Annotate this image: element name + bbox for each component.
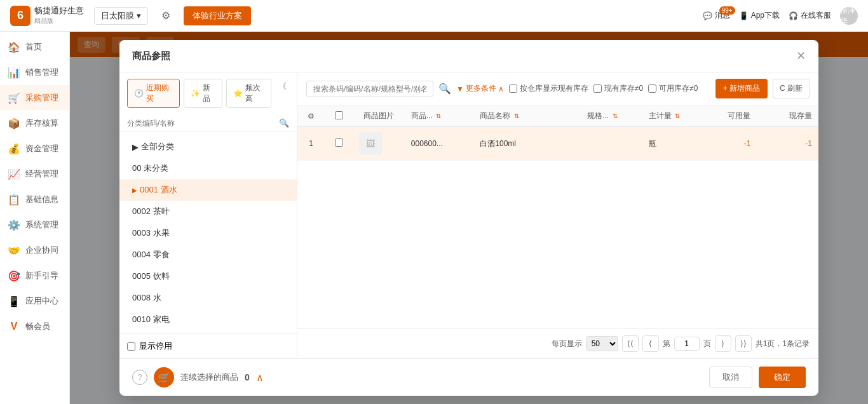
cancel-button[interactable]: 取消 [709, 367, 752, 388]
sidebar-item-guide[interactable]: 🎯 新手引导 [0, 263, 69, 288]
expand-icon: ▶ [132, 142, 139, 152]
help-button[interactable]: ? [132, 370, 147, 385]
sidebar-item-apps[interactable]: 📱 应用中心 [0, 288, 69, 314]
cat-item-5[interactable]: 0005 饮料 [119, 266, 297, 287]
show-disabled-checkbox[interactable] [127, 342, 135, 351]
sidebar-label-guide: 新手引导 [25, 270, 58, 281]
product-search-icon[interactable]: 🔍 [438, 83, 451, 95]
page-number-input[interactable] [674, 337, 700, 351]
cat-item-3[interactable]: 0003 水果 [119, 222, 297, 244]
product-name: 白酒100ml [480, 139, 516, 148]
sidebar-item-basic[interactable]: 📋 基础信息 [0, 187, 69, 212]
cb-avail[interactable] [648, 84, 656, 93]
cat-collapse-button[interactable]: 《 [275, 79, 289, 94]
action-buttons: + 新增商品 C 刷新 [715, 79, 810, 98]
sidebar-label-member: 畅会员 [25, 321, 50, 332]
home-icon: 🏠 [8, 41, 20, 53]
prev-page-button[interactable]: ⟨ [642, 335, 659, 352]
apps-icon: 📱 [8, 295, 20, 307]
cat-item-1[interactable]: ▶ 0001 酒水 [119, 179, 297, 201]
sidebar-item-collab[interactable]: 🤝 企业协同 [0, 238, 69, 263]
sales-icon: 📊 [8, 66, 20, 79]
collapse-button[interactable]: ∧ [256, 372, 264, 384]
trial-button[interactable]: 体验行业方案 [184, 6, 251, 25]
product-unit: 瓶 [649, 139, 656, 148]
first-page-button[interactable]: ⟨⟨ [622, 335, 639, 352]
active-arrow-icon: ▶ [132, 187, 137, 194]
avatar[interactable]: 徐泽华 [840, 7, 858, 25]
sidebar-label-sales: 销售管理 [25, 67, 58, 78]
modal-close-button[interactable]: ✕ [796, 49, 806, 63]
cb-warehouse-label[interactable]: 按仓库显示现有库存 [509, 83, 588, 94]
product-image: 🖼 [359, 132, 382, 155]
cb-stock-label[interactable]: 现有库存≠0 [593, 83, 643, 94]
refresh-button[interactable]: C 刷新 [773, 79, 810, 98]
dropdown-label: 日太阳膜 [101, 10, 134, 22]
cb-avail-label[interactable]: 可用库存≠0 [648, 83, 698, 94]
online-service-nav-item[interactable]: 🎧 在线客服 [789, 10, 831, 21]
sidebar-label-operations: 经营管理 [25, 168, 58, 180]
sidebar-item-sales[interactable]: 📊 销售管理 [0, 60, 69, 85]
td-stock: -1 [757, 127, 818, 161]
th-settings[interactable]: ⚙ [297, 105, 325, 127]
cat-search-icon[interactable]: 🔍 [279, 118, 289, 128]
gear-button[interactable]: ⚙ [156, 6, 176, 26]
th-checkbox [325, 105, 352, 127]
cat-search-input[interactable] [127, 119, 279, 128]
sidebar-label-basic: 基础信息 [25, 194, 58, 205]
cat-item-10[interactable]: 0010 家电 [119, 309, 297, 330]
sidebar-label-apps: 应用中心 [25, 295, 58, 307]
sidebar-item-home[interactable]: 🏠 首页 [0, 34, 69, 60]
th-spec[interactable]: 规格... ⇅ [581, 105, 642, 127]
recent-buy-button[interactable]: 🕐 近期购买 [127, 79, 180, 108]
sidebar-item-system[interactable]: ⚙️ 系统管理 [0, 212, 69, 238]
sidebar-item-purchase[interactable]: 🛒 采购管理 [0, 85, 69, 111]
nav-dropdown[interactable]: 日太阳膜 ▾ [94, 7, 148, 25]
product-search-input[interactable] [306, 81, 433, 97]
cat-label-0: 00 未分类 [132, 163, 168, 174]
th-stock-label: 现存量 [789, 111, 812, 120]
th-name[interactable]: 商品名称 ⇅ [473, 105, 581, 127]
th-unit[interactable]: 主计量 ⇅ [642, 105, 696, 127]
left-sidebar: 🏠 首页 📊 销售管理 🛒 采购管理 📦 库存核算 💰 资金管理 📈 经营管理 … [0, 32, 70, 404]
th-avail-label: 可用量 [728, 111, 750, 120]
cat-item-8[interactable]: 0008 水 [119, 287, 297, 309]
sidebar-item-finance[interactable]: 💰 资金管理 [0, 136, 69, 161]
sort-icon-unit: ⇅ [675, 112, 680, 119]
cat-label-1: 0001 酒水 [140, 184, 177, 196]
confirm-button[interactable]: 确定 [759, 367, 806, 388]
th-code[interactable]: 商品... ⇅ [405, 105, 474, 127]
row-checkbox[interactable] [335, 138, 343, 147]
cb-stock[interactable] [593, 84, 602, 93]
cb-warehouse[interactable] [509, 84, 517, 93]
cat-item-all[interactable]: ▶ 全部分类 [119, 136, 297, 158]
cat-item-4[interactable]: 0004 零食 [119, 244, 297, 266]
product-table: ⚙ 商品图片 商品... [297, 105, 818, 161]
last-page-button[interactable]: ⟩⟩ [735, 335, 752, 352]
sidebar-item-member[interactable]: V 畅会员 [0, 314, 69, 339]
per-page-label: 每页显示 [552, 339, 582, 349]
frequent-button[interactable]: ⭐ 频次高 [226, 79, 272, 108]
app-download-nav-item[interactable]: 📱 App下载 [739, 10, 780, 21]
messages-nav-item[interactable]: 💬 消息 99+ [703, 10, 730, 21]
td-checkbox[interactable] [325, 127, 352, 161]
th-stock: 现存量 [757, 105, 818, 127]
sidebar-item-operations[interactable]: 📈 经营管理 [0, 161, 69, 187]
sidebar-item-inventory[interactable]: 📦 库存核算 [0, 111, 69, 136]
new-icon: ✨ [191, 89, 200, 98]
table-row[interactable]: 1 🖼 [297, 127, 818, 161]
cat-item-0[interactable]: 00 未分类 [119, 158, 297, 179]
cat-item-2[interactable]: 0002 茶叶 [119, 201, 297, 222]
add-product-button[interactable]: + 新增商品 [715, 79, 768, 98]
td-image: 🖼 [353, 127, 405, 161]
td-spec [581, 127, 642, 161]
next-page-button[interactable]: ⟩ [715, 335, 731, 352]
per-page-select[interactable]: 50 100 [586, 336, 618, 351]
basic-icon: 📋 [8, 193, 20, 206]
more-filter-button[interactable]: ▼ 更多条件 ∧ [456, 83, 504, 94]
cart-button[interactable]: 🛒 [154, 367, 174, 387]
member-icon: V [8, 320, 20, 333]
select-all-checkbox[interactable] [335, 111, 343, 119]
new-item-button[interactable]: ✨ 新品 [184, 79, 222, 108]
layout: 🏠 首页 📊 销售管理 🛒 采购管理 📦 库存核算 💰 资金管理 📈 经营管理 … [0, 32, 868, 404]
